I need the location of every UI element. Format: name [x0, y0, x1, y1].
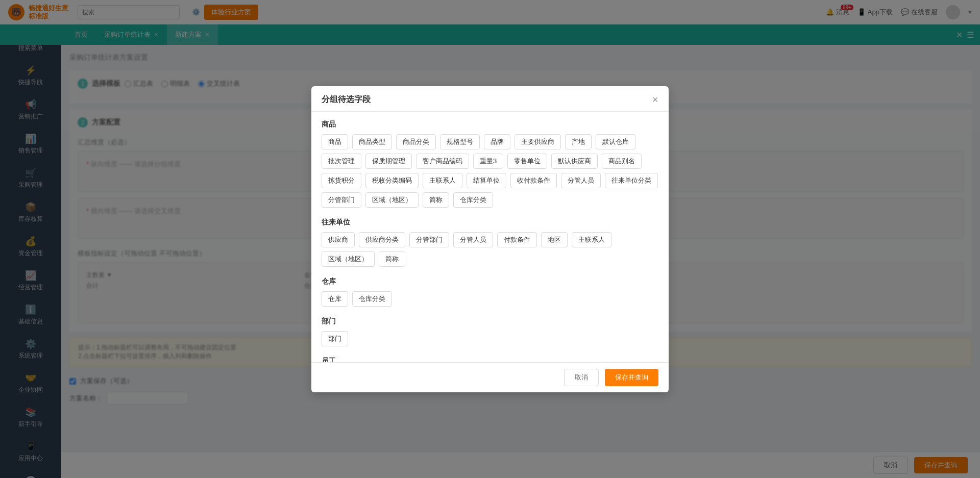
modal-dialog: 分组待选字段 ✕ 商品商品商品类型商品分类规格型号品牌主要供应商产地默认仓库批次… — [311, 86, 669, 392]
modal-header: 分组待选字段 ✕ — [311, 86, 669, 112]
modal-close-btn[interactable]: ✕ — [652, 95, 658, 105]
field-tag-0-23[interactable]: 区域（地区） — [365, 192, 419, 208]
field-tag-1-6[interactable]: 主联系人 — [572, 232, 611, 247]
field-tag-1-0[interactable]: 供应商 — [322, 232, 355, 247]
field-tag-1-3[interactable]: 分管人员 — [453, 232, 493, 247]
field-group-4: 员工业务员 — [322, 357, 658, 362]
field-tag-1-2[interactable]: 分管部门 — [409, 232, 449, 247]
field-group-0: 商品商品商品类型商品分类规格型号品牌主要供应商产地默认仓库批次管理保质期管理客户… — [322, 120, 658, 208]
field-tag-0-12[interactable]: 零售单位 — [507, 154, 547, 169]
field-tag-0-11[interactable]: 重量3 — [473, 154, 503, 169]
field-tag-0-22[interactable]: 分管部门 — [322, 192, 361, 208]
field-tag-0-7[interactable]: 默认仓库 — [596, 134, 635, 149]
field-tag-0-13[interactable]: 默认供应商 — [551, 154, 598, 169]
field-tag-0-9[interactable]: 保质期管理 — [365, 154, 412, 169]
field-tag-0-19[interactable]: 收付款条件 — [510, 173, 557, 188]
field-group-title-0: 商品 — [322, 120, 658, 129]
field-tags-1: 供应商供应商分类分管部门分管人员付款条件地区主联系人区域（地区）简称 — [322, 232, 658, 267]
field-tag-0-17[interactable]: 主联系人 — [423, 173, 462, 188]
field-group-2: 仓库仓库仓库分类 — [322, 277, 658, 307]
field-tag-0-18[interactable]: 结算单位 — [467, 173, 506, 188]
field-tag-0-15[interactable]: 拣货积分 — [322, 173, 361, 188]
field-tag-0-3[interactable]: 规格型号 — [440, 134, 480, 149]
field-tag-0-4[interactable]: 品牌 — [484, 134, 510, 149]
modal-cancel-btn[interactable]: 取消 — [564, 369, 599, 386]
modal-overlay: 分组待选字段 ✕ 商品商品商品类型商品分类规格型号品牌主要供应商产地默认仓库批次… — [0, 0, 980, 478]
field-tag-1-5[interactable]: 地区 — [541, 232, 568, 247]
field-tag-0-2[interactable]: 商品分类 — [396, 134, 436, 149]
field-tag-0-21[interactable]: 往来单位分类 — [605, 173, 658, 188]
field-group-title-2: 仓库 — [322, 277, 658, 286]
field-tags-0: 商品商品类型商品分类规格型号品牌主要供应商产地默认仓库批次管理保质期管理客户商品… — [322, 134, 658, 208]
field-tag-2-0[interactable]: 仓库 — [322, 291, 348, 307]
field-tag-0-5[interactable]: 主要供应商 — [514, 134, 561, 149]
modal-body: 商品商品商品类型商品分类规格型号品牌主要供应商产地默认仓库批次管理保质期管理客户… — [311, 112, 669, 362]
field-tag-1-7[interactable]: 区域（地区） — [322, 251, 375, 267]
field-tags-3: 部门 — [322, 331, 658, 346]
field-tag-0-8[interactable]: 批次管理 — [322, 154, 361, 169]
field-tags-2: 仓库仓库分类 — [322, 291, 658, 307]
field-group-3: 部门部门 — [322, 317, 658, 346]
field-group-title-4: 员工 — [322, 357, 658, 362]
field-tag-0-24[interactable]: 简称 — [423, 192, 449, 208]
field-tag-1-1[interactable]: 供应商分类 — [359, 232, 405, 247]
field-group-title-1: 往来单位 — [322, 218, 658, 227]
field-tag-0-1[interactable]: 商品类型 — [352, 134, 392, 149]
field-tag-1-8[interactable]: 简称 — [379, 251, 405, 267]
field-tag-0-14[interactable]: 商品别名 — [602, 154, 642, 169]
modal-footer: 取消保存并查询 — [311, 362, 669, 392]
field-group-1: 往来单位供应商供应商分类分管部门分管人员付款条件地区主联系人区域（地区）简称 — [322, 218, 658, 267]
field-tag-0-20[interactable]: 分管人员 — [561, 173, 601, 188]
field-tag-3-0[interactable]: 部门 — [322, 331, 348, 346]
field-tag-0-25[interactable]: 仓库分类 — [453, 192, 493, 208]
field-tag-0-0[interactable]: 商品 — [322, 134, 348, 149]
field-tag-0-10[interactable]: 客户商品编码 — [416, 154, 469, 169]
field-tag-0-6[interactable]: 产地 — [565, 134, 592, 149]
modal-ok-btn[interactable]: 保存并查询 — [605, 369, 658, 386]
field-tag-0-16[interactable]: 税收分类编码 — [365, 173, 419, 188]
field-tag-2-1[interactable]: 仓库分类 — [352, 291, 392, 307]
field-group-title-3: 部门 — [322, 317, 658, 326]
modal-title: 分组待选字段 — [322, 94, 371, 105]
field-tag-1-4[interactable]: 付款条件 — [497, 232, 537, 247]
